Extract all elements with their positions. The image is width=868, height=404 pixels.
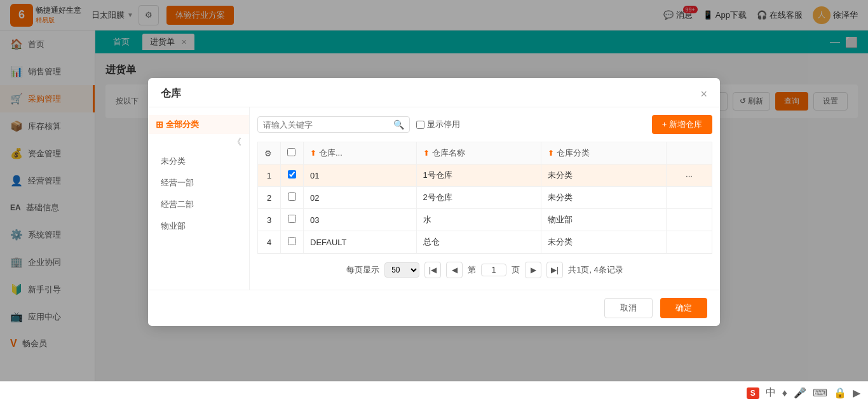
category-item-dept2[interactable]: 经营二部 xyxy=(148,194,249,215)
td-no: 1 xyxy=(258,165,281,187)
table-panel: 🔍 显示停用 + 新增仓库 xyxy=(250,107,720,290)
table-toolbar: 🔍 显示停用 + 新增仓库 xyxy=(257,115,712,134)
modal-title: 仓库 xyxy=(161,87,181,100)
th-gear: ⚙ xyxy=(258,142,281,165)
keyboard-icon[interactable]: ⌨ xyxy=(813,387,827,399)
table-container: ⚙ ⬆ 仓库... xyxy=(257,142,712,253)
td-code: 02 xyxy=(304,187,417,209)
sort-code-icon: ⬆ xyxy=(310,149,316,158)
page-size-select[interactable]: 50 10 20 100 xyxy=(384,262,419,278)
modal-overlay: 仓库 × ⊞ 全部分类 《 未分类 经营一部 xyxy=(0,0,868,404)
page-first-button[interactable]: |◀ xyxy=(424,262,441,278)
td-category: 未分类 xyxy=(541,231,667,253)
category-item-property[interactable]: 物业部 xyxy=(148,215,249,237)
warehouse-modal: 仓库 × ⊞ 全部分类 《 未分类 经营一部 xyxy=(148,78,720,326)
pagination: 每页显示 50 10 20 100 |◀ ◀ 第 页 ▶ ▶| 共1页, 4条记… xyxy=(257,253,712,282)
td-code: 03 xyxy=(304,209,417,231)
td-checkbox[interactable] xyxy=(281,231,304,253)
category-panel: ⊞ 全部分类 《 未分类 经营一部 经营二部 物业部 xyxy=(148,107,250,290)
page-last-button[interactable]: ▶| xyxy=(546,262,563,278)
show-disabled-checkbox[interactable] xyxy=(416,121,424,129)
th-category: ⬆ 仓库分类 xyxy=(541,142,667,165)
category-all[interactable]: ⊞ 全部分类 xyxy=(148,115,249,134)
td-name: 1号仓库 xyxy=(416,165,541,187)
td-row-actions[interactable] xyxy=(666,209,712,231)
td-code: DEFAULT xyxy=(304,231,417,253)
th-name: ⬆ 仓库名称 xyxy=(416,142,541,165)
page-number-input[interactable] xyxy=(481,264,506,276)
td-checkbox[interactable] xyxy=(281,209,304,231)
select-all-checkbox[interactable] xyxy=(287,148,295,156)
search-box: 🔍 xyxy=(257,116,410,133)
show-disabled-label: 显示停用 xyxy=(416,119,460,130)
diamond-icon[interactable]: ♦ xyxy=(782,387,787,399)
th-actions xyxy=(666,142,712,165)
td-name: 水 xyxy=(416,209,541,231)
td-checkbox[interactable] xyxy=(281,165,304,187)
td-no: 2 xyxy=(258,187,281,209)
play-icon[interactable]: ▶ xyxy=(853,387,860,399)
td-code: 01 xyxy=(304,165,417,187)
page-prev-button[interactable]: ◀ xyxy=(446,262,463,278)
td-no: 3 xyxy=(258,209,281,231)
search-input[interactable] xyxy=(263,120,393,130)
td-name: 2号仓库 xyxy=(416,187,541,209)
table-row[interactable]: 1 01 1号仓库 未分类 ··· xyxy=(258,165,712,187)
modal-footer: 取消 确定 xyxy=(148,290,720,326)
bottom-bar: S 中 ♦ 🎤 ⌨ 🔒 ▶ xyxy=(0,381,868,404)
td-category: 未分类 xyxy=(541,187,667,209)
td-row-actions[interactable] xyxy=(666,187,712,209)
td-category: 物业部 xyxy=(541,209,667,231)
table-row[interactable]: 3 03 水 物业部 xyxy=(258,209,712,231)
modal-close-button[interactable]: × xyxy=(700,88,707,100)
td-category: 未分类 xyxy=(541,165,667,187)
td-name: 总仓 xyxy=(416,231,541,253)
collapse-button[interactable]: 《 xyxy=(230,134,244,151)
brand-s-icon: S xyxy=(747,387,759,399)
td-no: 4 xyxy=(258,231,281,253)
td-checkbox[interactable] xyxy=(281,187,304,209)
page-next-button[interactable]: ▶ xyxy=(525,262,541,278)
search-icon[interactable]: 🔍 xyxy=(393,119,404,130)
confirm-button[interactable]: 确定 xyxy=(660,298,707,318)
cancel-button[interactable]: 取消 xyxy=(604,298,653,318)
category-item-unclassified[interactable]: 未分类 xyxy=(148,151,249,172)
modal-body: ⊞ 全部分类 《 未分类 经营一部 经营二部 物业部 xyxy=(148,107,720,290)
table-row[interactable]: 2 02 2号仓库 未分类 xyxy=(258,187,712,209)
sort-category-icon: ⬆ xyxy=(548,149,554,158)
td-row-actions[interactable] xyxy=(666,231,712,253)
grid-icon: ⊞ xyxy=(156,119,163,130)
mic-icon[interactable]: 🎤 xyxy=(794,387,806,399)
add-warehouse-button[interactable]: + 新增仓库 xyxy=(652,115,712,134)
category-item-dept1[interactable]: 经营一部 xyxy=(148,172,249,194)
th-check xyxy=(281,142,304,165)
th-code: ⬆ 仓库... xyxy=(304,142,417,165)
language-icon[interactable]: 中 xyxy=(766,386,776,400)
modal-header: 仓库 × xyxy=(148,78,720,107)
warehouse-tbody: 1 01 1号仓库 未分类 ··· 2 02 2号仓库 未分类 3 03 水 物… xyxy=(258,165,712,253)
table-header: ⚙ ⬆ 仓库... xyxy=(258,142,712,165)
lock-icon[interactable]: 🔒 xyxy=(834,387,846,399)
page-total-info: 共1页, 4条记录 xyxy=(568,264,623,276)
sort-name-icon: ⬆ xyxy=(423,149,430,158)
table-row[interactable]: 4 DEFAULT 总仓 未分类 xyxy=(258,231,712,253)
td-row-actions[interactable]: ··· xyxy=(666,165,712,187)
warehouse-table: ⚙ ⬆ 仓库... xyxy=(257,142,712,253)
